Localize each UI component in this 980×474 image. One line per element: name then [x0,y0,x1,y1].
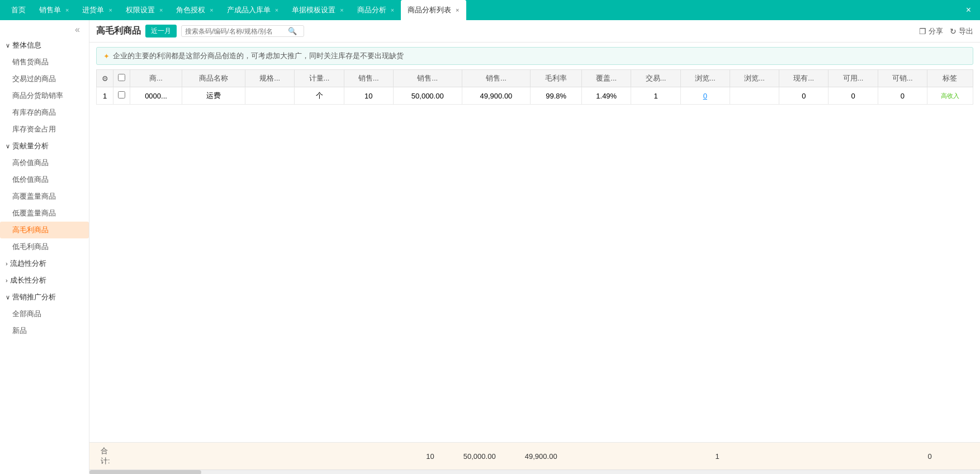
row-unit: 个 [295,87,344,105]
row-sales-qty: 10 [344,87,393,105]
col-coverage: 覆盖... [582,70,631,87]
share-icon: ❐ [919,27,926,36]
chevron-down-icon: ∨ [6,143,10,150]
sidebar-item-in-stock[interactable]: 有库存的商品 [0,104,89,121]
nav-tab-role[interactable]: 角色授权 × [169,0,220,20]
footer-label: 合计: [101,446,110,466]
row-name: 运费 [182,87,245,105]
sidebar-item-low-margin[interactable]: 低毛利商品 [0,238,89,255]
col-browse2: 浏览... [730,70,779,87]
period-button[interactable]: 近一月 [145,25,177,37]
sidebar-item-high-coverage[interactable]: 高覆盖量商品 [0,188,89,205]
sidebar-item-stock-capital[interactable]: 库存资金占用 [0,121,89,138]
nav-tab-permission[interactable]: 权限设置 × [119,0,169,20]
sidebar-item-high-value[interactable]: 高价值商品 [0,154,89,171]
footer-stock-sale: 0 [949,452,980,461]
row-tag: 高收入 [927,87,973,105]
footer-sales-qty: 10 [390,452,434,461]
row-browse1[interactable]: 0 [680,87,730,105]
search-input[interactable] [185,27,286,35]
content-spacer [89,256,980,442]
main-layout: « ∨ 整体信息 销售货商品 交易过的商品 商品分货助销率 有库存的商品 库存资… [0,20,980,474]
nav-tab-sales[interactable]: 销售单 × [32,0,75,20]
info-icon: ✦ [103,52,110,60]
close-icon[interactable]: × [340,7,343,13]
close-icon[interactable]: × [210,7,213,13]
nav-tab-template[interactable]: 单据模板设置 × [285,0,350,20]
row-spec [245,87,295,105]
col-sales-amount: 销售... [393,70,462,87]
row-stock-now: 0 [779,87,828,105]
col-gross-rate: 毛利率 [531,70,582,87]
col-tag: 标签 [927,70,973,87]
col-name: 商品名称 [182,70,245,87]
row-index: 1 [97,87,113,105]
nav-tab-analysis-list[interactable]: 商品分析列表 × [401,0,466,20]
row-checkbox-cell[interactable] [113,87,130,105]
close-icon[interactable]: × [275,7,278,13]
close-all-tabs-button[interactable]: × [962,5,976,15]
close-icon[interactable]: × [65,7,69,13]
close-icon[interactable]: × [159,7,163,13]
sidebar-group-growth[interactable]: › 成长性分析 [0,272,89,289]
row-trade: 1 [631,87,680,105]
col-trade: 交易... [631,70,680,87]
sidebar-item-new-goods[interactable]: 新品 [0,322,89,339]
sidebar-item-low-value[interactable]: 低价值商品 [0,171,89,188]
row-checkbox[interactable] [118,91,125,98]
row-sales-amount: 50,000.00 [393,87,462,105]
col-stock-avail: 可用... [828,70,878,87]
col-browse1: 浏览... [680,70,730,87]
col-stock-now: 现有... [779,70,828,87]
sidebar-group-overall[interactable]: ∨ 整体信息 [0,37,89,54]
sidebar-item-sales-goods[interactable]: 销售货商品 [0,54,89,71]
data-table: ⚙ 商... 商品名称 规格... 计量... 销售... 销售... 销售..… [96,69,973,105]
footer-sales-amount: 50,000.00 [451,452,496,461]
close-icon[interactable]: × [391,7,394,13]
col-unit: 计量... [295,70,344,87]
sidebar-item-traded-goods[interactable]: 交易过的商品 [0,71,89,87]
close-icon[interactable]: × [108,7,112,13]
export-button[interactable]: ↻ 导出 [950,26,973,36]
sidebar-group-marketing[interactable]: ∨ 营销推广分析 [0,289,89,306]
sidebar-item-all-goods[interactable]: 全部商品 [0,306,89,322]
tag-badge: 高收入 [941,92,959,99]
header-actions: ❐ 分享 ↻ 导出 [919,26,973,36]
chevron-right-icon: › [6,260,8,267]
footer-sales-net: 49,900.00 [513,452,557,461]
info-banner: ✦ 企业的主要的利润都是这部分商品创造的，可考虑加大推广，同时关注库存是不要出现… [96,47,973,65]
nav-tab-purchase[interactable]: 进货单 × [75,0,119,20]
col-spec: 规格... [245,70,295,87]
table-row: 1 0000... 运费 个 10 50,000.00 49,900.00 99… [97,87,973,105]
sidebar-item-high-margin[interactable]: 高毛利商品 [0,222,89,238]
footer-stock-avail: 0 [887,452,932,461]
row-stock-sale: 0 [878,87,927,105]
row-sales-net: 49,900.00 [462,87,531,105]
sidebar-group-trend[interactable]: › 流趋性分析 [0,255,89,272]
row-browse2 [730,87,779,105]
nav-tab-home[interactable]: 首页 [4,0,32,20]
row-code: 0000... [130,87,182,105]
search-icon[interactable]: 🔍 [288,27,297,35]
sidebar-group-contribution[interactable]: ∨ 贡献量分析 [0,138,89,154]
select-all-checkbox[interactable] [118,74,125,81]
row-coverage: 1.49% [582,87,631,105]
col-sales-qty: 销售... [344,70,393,87]
nav-tab-inbound[interactable]: 产成品入库单 × [220,0,285,20]
table-header-row: ⚙ 商... 商品名称 规格... 计量... 销售... 销售... 销售..… [97,70,973,87]
nav-tab-analysis[interactable]: 商品分析 × [351,0,401,20]
sidebar-item-sales-rate[interactable]: 商品分货助销率 [0,87,89,104]
scrollbar-thumb[interactable] [89,470,201,474]
col-settings[interactable]: ⚙ [97,70,113,87]
chevron-down-icon: ∨ [6,294,10,301]
search-box: 🔍 [181,25,304,37]
col-checkbox[interactable] [113,70,130,87]
horizontal-scrollbar[interactable] [89,470,980,474]
share-button[interactable]: ❐ 分享 [919,26,943,36]
sidebar-collapse-button[interactable]: « [70,25,84,35]
sidebar-item-low-coverage[interactable]: 低覆盖量商品 [0,205,89,222]
col-code: 商... [130,70,182,87]
close-icon[interactable]: × [456,7,459,13]
sidebar: « ∨ 整体信息 销售货商品 交易过的商品 商品分货助销率 有库存的商品 库存资… [0,20,89,474]
footer-trade: 1 [675,452,719,461]
